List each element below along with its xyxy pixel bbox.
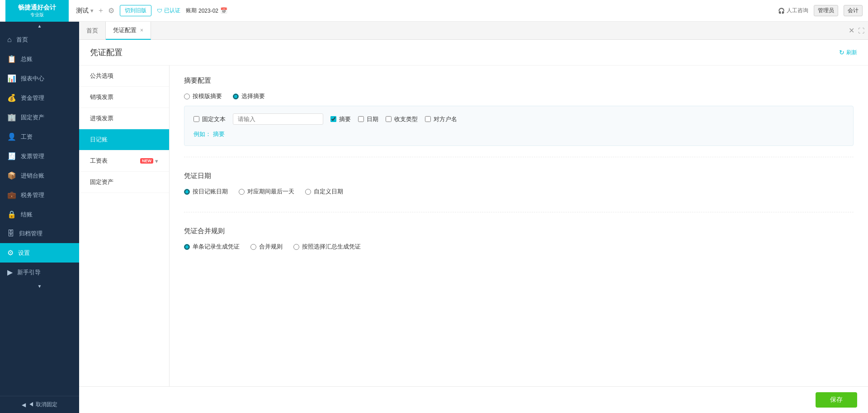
config-item-payroll[interactable]: 工资表 NEW ▾ [79,150,169,172]
config-item-purchase-invoice[interactable]: 进项发票 [79,108,169,129]
journal-date-input[interactable] [184,189,190,195]
sidebar-item-tax[interactable]: 💼 税务管理 [0,185,79,205]
sidebar-item-archive[interactable]: 🗄 归档管理 [0,224,79,243]
sidebar-item-label: 报表中心 [21,75,44,83]
funds-icon: 💰 [7,94,16,102]
select-merge-radio[interactable]: 按照选择汇总生成凭证 [293,243,361,251]
config-item-sales-invoice[interactable]: 销项发票 [79,87,169,108]
custom-date-input[interactable] [305,189,311,195]
assets-icon: 🏢 [7,113,16,122]
save-bar: 保存 [79,386,868,413]
config-item-fixed-assets[interactable]: 固定资产 [79,172,169,193]
sidebar-item-salary[interactable]: 👤 工资 [0,127,79,146]
sidebar-item-purchase[interactable]: 📦 进销台账 [0,166,79,185]
merge-section: 凭证合并规则 单条记录生成凭证 合并规则 [184,227,854,267]
date-checkbox[interactable]: 日期 [358,115,378,123]
tab-home[interactable]: 首页 [79,22,106,40]
switch-old-btn[interactable]: 切到旧版 [120,5,151,16]
summary-section: 摘要配置 按模版摘要 选择摘要 [184,76,854,157]
refresh-button[interactable]: ↻ 刷新 [839,49,857,56]
config-item-journal[interactable]: 日记账 [79,129,169,150]
pay-type-checkbox[interactable]: 收支类型 [386,115,418,123]
period-last-input[interactable] [239,189,245,195]
config-sidebar: 公共选项 销项发票 进项发票 日记账 工资表 [79,66,170,386]
summary-template-radio[interactable]: 按模版摘要 [184,92,222,100]
tab-voucher-config[interactable]: 凭证配置 × [106,22,151,40]
counterpart-checkbox[interactable]: 对方户名 [425,115,457,123]
fixed-text-input[interactable] [233,113,323,125]
sidebar-item-invoice[interactable]: 🧾 发票管理 [0,146,79,166]
sidebar-item-ledger[interactable]: 📋 总账 [0,49,79,69]
admin-button[interactable]: 管理员 [814,5,838,16]
merge-radio-group: 单条记录生成凭证 合并规则 按照选择汇总生成凭证 [184,243,854,251]
sidebar-item-label: 资金管理 [21,94,44,102]
shield-icon: 🛡 [157,8,162,14]
cancel-fixed-button[interactable]: ◀ ◀ 取消固定 [0,396,79,413]
sidebar-item-funds[interactable]: 💰 资金管理 [0,88,79,108]
merge-rule-radio[interactable]: 合并规则 [250,243,283,251]
refresh-icon: ↻ [839,49,844,56]
summary-select-radio[interactable]: 选择摘要 [233,92,265,100]
add-icon[interactable]: ＋ [97,6,104,15]
page-content: 凭证配置 ↻ 刷新 公共选项 销项发票 [79,40,868,386]
fixed-text-checkbox-input[interactable] [193,116,199,122]
save-button[interactable]: 保存 [816,392,857,408]
sidebar-item-label: 税务管理 [21,191,44,199]
summary-radio-group: 按模版摘要 选择摘要 [184,92,854,100]
sidebar-item-close[interactable]: 🔒 结账 [0,205,79,224]
summary-options-box: 固定文本 摘要 日期 [184,106,854,146]
period-value: 2023-02 [198,8,218,14]
sidebar-item-label: 归档管理 [19,230,42,238]
expand-payroll-icon: ▾ [155,158,158,164]
purchase-icon: 📦 [7,171,16,180]
period-last-radio[interactable]: 对应期间最后一天 [239,188,294,196]
close-accounts-icon: 🔒 [7,210,16,219]
chevron-down-icon[interactable]: ▾ [90,7,94,14]
page-title: 凭证配置 [90,47,123,58]
sidebar-item-label: 总账 [21,55,33,63]
summary-checkbox-input[interactable] [330,116,336,122]
sidebar-item-settings[interactable]: ⚙ 设置 [0,243,79,263]
logo-sub: 专业版 [30,12,44,18]
tab-close-icon[interactable]: × [140,27,143,33]
pay-type-checkbox-input[interactable] [386,116,392,122]
merge-rule-input[interactable] [250,244,256,250]
close-window-icon[interactable]: ✕ [849,26,854,35]
sidebar-item-label: 固定资产 [21,113,44,122]
consult-button[interactable]: 🎧 人工咨询 [778,7,808,14]
sidebar-item-home[interactable]: ⌂ 首页 [0,30,79,49]
calendar-icon[interactable]: 📅 [220,7,227,14]
settings-icon[interactable]: ⚙ [108,6,114,15]
date-section: 凭证日期 按日记账日期 对应期间最后一天 [184,172,854,212]
accountant-button[interactable]: 会计 [844,5,863,16]
sidebar-item-label: 设置 [18,249,30,257]
archive-icon: 🗄 [7,230,14,238]
certified-label: 已认证 [164,7,180,14]
ledger-icon: 📋 [7,55,16,63]
summary-template-input[interactable] [184,94,190,99]
workspace-name: 测试 [76,7,89,15]
home-icon: ⌂ [7,36,12,44]
summary-checkbox[interactable]: 摘要 [330,115,351,123]
summary-select-input[interactable] [233,94,239,99]
sidebar: ▲ ⌂ 首页 📋 总账 📊 报表中心 💰 资金管理 [0,22,79,413]
sidebar-item-reports[interactable]: 📊 报表中心 [0,69,79,88]
logo: 畅捷通好会计 专业版 [5,0,69,22]
expand-icon[interactable]: ⛶ [858,27,864,34]
single-record-input[interactable] [184,244,190,250]
invoice-icon: 🧾 [7,152,16,160]
unpin-icon: ◀ [22,402,26,408]
sidebar-item-assets[interactable]: 🏢 固定资产 [0,108,79,127]
config-item-public[interactable]: 公共选项 [79,66,169,87]
select-merge-input[interactable] [293,244,299,250]
fixed-text-checkbox[interactable]: 固定文本 [193,115,226,123]
journal-date-radio[interactable]: 按日记账日期 [184,188,228,196]
custom-date-radio[interactable]: 自定义日期 [305,188,343,196]
tax-icon: 💼 [7,191,16,199]
counterpart-checkbox-input[interactable] [425,116,431,122]
sidebar-item-guide[interactable]: ▶ 新手引导 [0,263,79,282]
headset-icon: 🎧 [778,8,785,14]
date-checkbox-input[interactable] [358,116,364,122]
single-record-radio[interactable]: 单条记录生成凭证 [184,243,240,251]
new-badge: NEW [140,158,153,164]
